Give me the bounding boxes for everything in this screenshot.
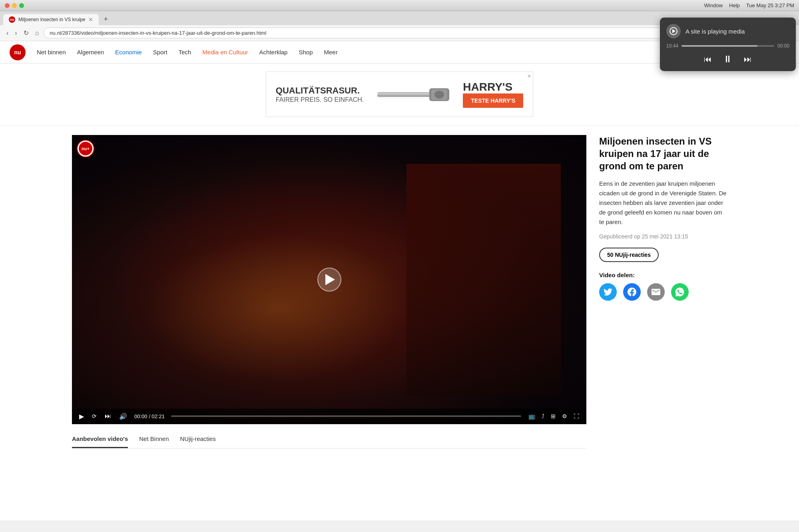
video-grid-button[interactable]: ⊞ [550, 412, 556, 420]
tab-nujij[interactable]: NUjij-reacties [180, 431, 216, 448]
window-controls [5, 3, 24, 8]
nav-tech[interactable]: Tech [179, 49, 191, 56]
datetime-display: Tue May 25 3:27 PM [746, 2, 794, 8]
minimize-window-dot[interactable] [12, 3, 17, 8]
video-cast-button[interactable]: 📺 [528, 412, 536, 420]
nav-algemeen[interactable]: Algemeen [77, 49, 104, 56]
svg-point-4 [434, 91, 444, 99]
macos-titlebar: Window Help Tue May 25 3:27 PM [0, 0, 799, 11]
article-info-panel: Miljoenen insecten in VS kruipen na 17 j… [599, 135, 727, 449]
nav-shop[interactable]: Shop [299, 49, 313, 56]
forward-button[interactable]: › [13, 28, 18, 38]
macos-menu-bar: Window Help Tue May 25 3:27 PM [704, 2, 794, 8]
video-next-button[interactable]: ⏭ [104, 412, 112, 421]
website-content: nu Net binnen Algemeen Economie Sport Te… [0, 41, 799, 520]
nav-net-binnen[interactable]: Net binnen [37, 49, 66, 56]
play-triangle-icon [325, 274, 335, 285]
maximize-window-dot[interactable] [19, 3, 24, 8]
share-label: Video delen: [599, 272, 727, 278]
tab-favicon: nu [9, 16, 15, 23]
main-content-area: nu+ ▶ ⟳ ⏭ 🔊 00:00 / 02:21 [0, 125, 799, 458]
video-play-button[interactable] [317, 268, 341, 292]
media-popup-icon [666, 24, 681, 38]
share-whatsapp-button[interactable] [671, 283, 689, 301]
logo-text: nu [14, 49, 21, 56]
video-section: nu+ ▶ ⟳ ⏭ 🔊 00:00 / 02:21 [72, 135, 586, 449]
tab-net-binnen[interactable]: Net Binnen [139, 431, 169, 448]
media-pause-button[interactable]: ⏸ [723, 54, 733, 65]
harrys-logo: HARRY'S [463, 81, 523, 93]
media-fast-forward-button[interactable]: ⏭ [744, 55, 752, 64]
menu-help[interactable]: Help [729, 2, 740, 8]
advertisement-banner: ✕ QUALITÄTSRASUR. FAIRER PREIS. SO EINFA… [0, 64, 799, 125]
nav-achterklap[interactable]: Achterklap [259, 49, 288, 56]
media-popup-title: A site is playing media [685, 28, 745, 35]
video-settings-button[interactable]: ⚙ [561, 412, 568, 420]
refresh-button[interactable]: ↻ [22, 28, 30, 38]
ad-subheadline: FAIRER PREIS. SO EINFACH. [276, 96, 364, 103]
close-window-dot[interactable] [5, 3, 10, 8]
video-fullscreen-button[interactable]: ⛶ [573, 412, 580, 420]
window-dots [5, 3, 24, 8]
video-controls-bar: ▶ ⟳ ⏭ 🔊 00:00 / 02:21 📺 ⤴ ⊞ ⚙ ⛶ [72, 409, 586, 424]
site-logo[interactable]: nu [10, 44, 26, 60]
ad-content-block: ✕ QUALITÄTSRASUR. FAIRER PREIS. SO EINFA… [266, 71, 533, 117]
nav-media-cultuur[interactable]: Media en Cultuur [202, 49, 248, 56]
harrys-brand-block: HARRY'S TESTE HARRY'S [463, 81, 523, 108]
new-tab-button[interactable]: + [100, 14, 111, 25]
tab-close-button[interactable]: ✕ [88, 16, 93, 23]
ad-headline: QUALITÄTSRASUR. [276, 85, 364, 97]
video-right-controls: 📺 ⤴ ⊞ ⚙ ⛶ [528, 412, 580, 420]
article-description: Eens in de zeventien jaar kruipen miljoe… [599, 179, 727, 227]
nav-meer[interactable]: Meer [324, 49, 338, 56]
nav-economie[interactable]: Economie [115, 49, 142, 56]
video-volume-button[interactable]: 🔊 [118, 412, 128, 421]
video-time-display: 00:00 / 02:21 [134, 413, 165, 419]
media-time-end: 00:00 [777, 43, 789, 49]
browser-tab[interactable]: nu Miljoenen insecten in VS kruipe ✕ [3, 14, 99, 25]
video-replay-button[interactable]: ⟳ [91, 412, 98, 420]
menu-window[interactable]: Window [704, 2, 723, 8]
video-player[interactable]: nu+ ▶ ⟳ ⏭ 🔊 00:00 / 02:21 [72, 135, 586, 424]
video-progress-bar[interactable] [171, 415, 521, 417]
ad-text-block: QUALITÄTSRASUR. FAIRER PREIS. SO EINFACH… [276, 85, 364, 104]
tab-aanbevolen[interactable]: Aanbevolen video's [72, 431, 128, 448]
ad-razor-image [373, 78, 453, 110]
video-play-ctrl-button[interactable]: ▶ [78, 412, 85, 421]
media-controls: ⏮ ⏸ ⏭ [666, 54, 789, 65]
media-time-start: 10:44 [666, 43, 678, 49]
share-icons-row [599, 283, 727, 301]
media-seekbar[interactable] [681, 45, 774, 47]
video-tabs: Aanbevolen video's Net Binnen NUjij-reac… [72, 431, 586, 449]
video-play-overlay[interactable] [72, 135, 586, 424]
media-progress-row: 10:44 00:00 [666, 43, 789, 49]
media-popup-header: A site is playing media [666, 24, 789, 38]
reactions-button[interactable]: 50 NUjij-reacties [599, 248, 659, 262]
article-date: Gepubliceerd op 25 mei 2021 13:15 [599, 233, 727, 240]
media-rewind-button[interactable]: ⏮ [704, 55, 712, 64]
article-title: Miljoenen insecten in VS kruipen na 17 j… [599, 135, 727, 173]
share-facebook-button[interactable] [623, 283, 641, 301]
ad-close-button[interactable]: ✕ [527, 73, 531, 79]
video-share-button[interactable]: ⤴ [541, 412, 545, 420]
ad-cta-button[interactable]: TESTE HARRY'S [463, 93, 523, 108]
share-email-button[interactable] [647, 283, 665, 301]
nav-sport[interactable]: Sport [153, 49, 167, 56]
media-progress-fill [681, 45, 757, 47]
tab-title: Miljoenen insecten in VS kruipe [18, 17, 85, 22]
home-button[interactable]: ⌂ [34, 28, 41, 38]
back-button[interactable]: ‹ [5, 28, 10, 38]
share-twitter-button[interactable] [599, 283, 617, 301]
media-playing-popup: A site is playing media 10:44 00:00 ⏮ ⏸ … [660, 18, 796, 71]
